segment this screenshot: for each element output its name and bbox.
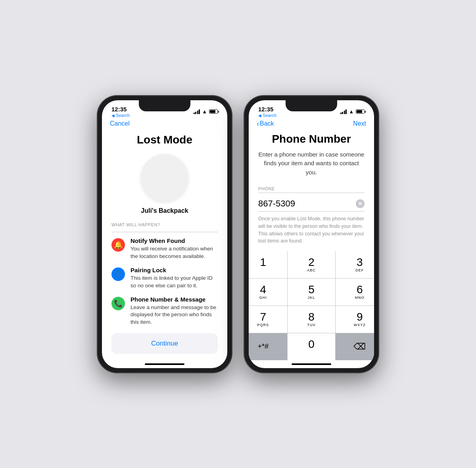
left-status-icons: ▲	[194, 109, 218, 115]
feature-phone-title: Phone Number & Message	[131, 296, 218, 303]
numpad-digit-6: 6	[357, 284, 363, 295]
chevron-left-icon: ‹	[257, 120, 259, 127]
right-wifi-icon: ▲	[349, 109, 354, 115]
phone-subtitle: Enter a phone number in case someone fin…	[258, 150, 365, 177]
feature-item-pairing: 👤 Pairing Lock This item is linked to yo…	[111, 267, 218, 290]
feature-phone-text: Phone Number & Message Leave a number an…	[131, 296, 218, 327]
numpad-digit-4: 4	[260, 284, 267, 295]
right-battery-icon	[356, 109, 365, 114]
signal-bars-icon	[194, 109, 200, 114]
numpad-key-0[interactable]: 0	[288, 333, 336, 360]
cancel-button[interactable]: Cancel	[110, 120, 130, 127]
scene: 12:35 ◀ Search ▲	[97, 96, 379, 373]
numpad-digit-9: 9	[357, 311, 363, 323]
numpad-key-3[interactable]: 3 DEF	[336, 251, 374, 278]
continue-button[interactable]: Continue	[111, 333, 218, 354]
left-iphone: 12:35 ◀ Search ▲	[97, 96, 232, 373]
numpad-digit-3: 3	[357, 257, 363, 268]
battery-icon	[209, 109, 218, 114]
numpad-digit-7: 7	[260, 311, 267, 323]
right-home-indicator	[249, 360, 374, 368]
phone-field-divider-bottom	[258, 211, 365, 212]
phone-input-row[interactable]: 867-5309 ✕	[258, 196, 365, 211]
numpad-key-4[interactable]: 4 GHI	[249, 279, 288, 306]
phone-number-title: Phone Number	[258, 133, 365, 145]
feature-pairing-desc: This item is linked to your Apple ID so …	[131, 275, 218, 290]
right-search-label: ◀ Search	[258, 113, 276, 118]
numpad-spacer	[258, 245, 365, 251]
feature-pairing-text: Pairing Lock This item is linked to your…	[131, 267, 218, 290]
right-screen-content: Phone Number Enter a phone number in cas…	[249, 130, 374, 360]
right-signal-bars-icon	[340, 109, 347, 114]
phone-notice: Once you enable Lost Mode, this phone nu…	[258, 215, 365, 245]
feature-item-phone: 📞 Phone Number & Message Leave a number …	[111, 296, 218, 327]
left-home-bar	[145, 363, 184, 365]
right-iphone: 12:35 ◀ Search ▲	[244, 96, 379, 373]
numpad-key-7[interactable]: 7 PQRS	[249, 306, 288, 333]
next-button[interactable]: Next	[353, 120, 366, 127]
phone-input-value[interactable]: 867-5309	[258, 199, 295, 209]
clear-phone-button[interactable]: ✕	[356, 199, 365, 208]
left-time: 12:35	[111, 106, 127, 113]
numpad-row-2: 4 GHI 5 JKL 6 MNO	[249, 279, 374, 306]
feature-phone-desc: Leave a number and message to be display…	[131, 304, 218, 327]
phone-number-content: Phone Number Enter a phone number in cas…	[249, 130, 374, 251]
numpad-symbol-label: +*#	[258, 342, 269, 351]
numpad-key-6[interactable]: 6 MNO	[336, 279, 374, 306]
lost-mode-title: Lost Mode	[111, 134, 218, 146]
numpad-row-1: 1 2 ABC 3 DEF	[249, 251, 374, 279]
continue-btn-wrapper: Continue	[111, 329, 218, 360]
numpad-key-5[interactable]: 5 JKL	[288, 279, 336, 306]
notch-left	[139, 100, 190, 111]
phone-field-label: PHONE	[258, 186, 365, 191]
numpad-key-1[interactable]: 1	[249, 251, 288, 278]
right-status-icons: ▲	[340, 109, 365, 115]
right-nav-bar: ‹ Back Next	[249, 119, 374, 130]
wifi-icon: ▲	[202, 109, 207, 115]
left-iphone-screen: 12:35 ◀ Search ▲	[102, 100, 227, 368]
numpad-digit-2: 2	[308, 257, 315, 268]
numpad-digit-1: 1	[260, 257, 267, 268]
device-name: Juli's Backpack	[111, 207, 218, 214]
numpad-key-9[interactable]: 9 WXYZ	[336, 306, 374, 333]
left-screen-content: Lost Mode Juli's Backpack WHAT WILL HAPP…	[102, 130, 227, 360]
numpad: 1 2 ABC 3 DEF	[249, 251, 374, 360]
left-home-indicator	[102, 360, 227, 368]
feature-item-notify: 🔔 Notify When Found You will receive a n…	[111, 237, 218, 260]
feature-list: 🔔 Notify When Found You will receive a n…	[111, 237, 218, 329]
feature-notify-desc: You will receive a notification when the…	[131, 245, 218, 260]
notify-icon: 🔔	[111, 238, 125, 252]
section-divider	[111, 232, 218, 232]
feature-notify-title: Notify When Found	[131, 237, 218, 244]
back-button[interactable]: ‹ Back	[257, 120, 274, 127]
numpad-digit-0: 0	[308, 339, 315, 350]
right-iphone-screen: 12:35 ◀ Search ▲	[249, 100, 374, 368]
left-nav-bar: Cancel	[102, 119, 227, 130]
numpad-digit-5: 5	[308, 284, 315, 295]
pairing-icon: 👤	[111, 267, 125, 281]
numpad-key-backspace[interactable]: ⌫	[336, 333, 374, 360]
lost-mode-content: Lost Mode Juli's Backpack WHAT WILL HAPP…	[102, 130, 227, 360]
section-label: WHAT WILL HAPPEN?	[111, 222, 218, 227]
backspace-icon: ⌫	[353, 342, 366, 352]
numpad-row-4: +*# 0 ⌫	[249, 333, 374, 360]
notch-right	[286, 100, 337, 111]
feature-notify-text: Notify When Found You will receive a not…	[131, 237, 218, 260]
numpad-key-8[interactable]: 8 TUV	[288, 306, 336, 333]
right-time: 12:35	[258, 106, 273, 113]
left-search-label: ◀ Search	[111, 113, 130, 118]
numpad-digit-8: 8	[308, 311, 315, 323]
numpad-key-2[interactable]: 2 ABC	[288, 251, 336, 278]
airtag-image	[141, 154, 188, 202]
feature-pairing-title: Pairing Lock	[131, 267, 218, 273]
numpad-row-3: 7 PQRS 8 TUV 9 WXYZ	[249, 306, 374, 333]
back-label: Back	[260, 120, 274, 127]
numpad-key-symbols[interactable]: +*#	[249, 333, 288, 360]
right-home-bar	[292, 363, 331, 365]
phone-icon: 📞	[111, 297, 125, 310]
phone-field-divider-top	[258, 193, 365, 193]
